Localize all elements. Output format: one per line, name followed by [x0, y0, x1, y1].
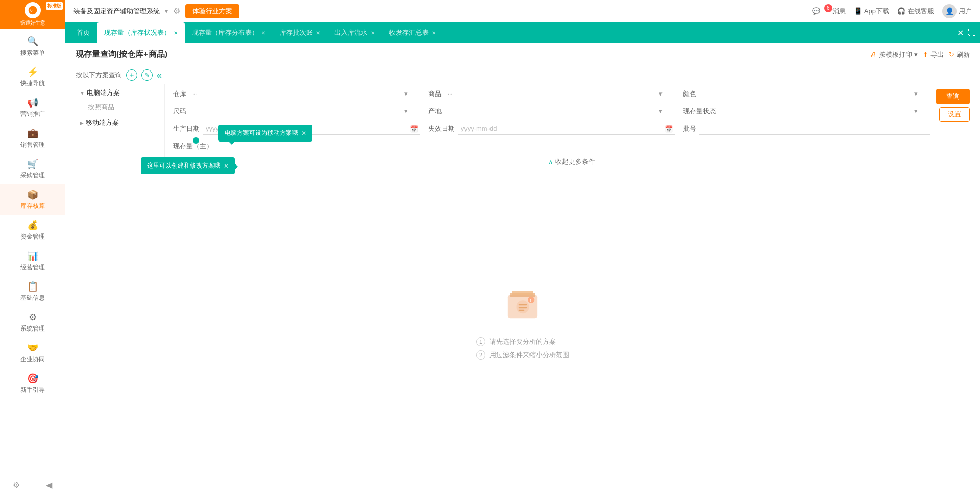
svg-rect-6 [519, 304, 527, 306]
sidebar-item-operations[interactable]: 📊 经营管理 [0, 245, 65, 276]
collapse-label: 收起更多条件 [555, 157, 595, 167]
tab-label: 出入库流水 [334, 28, 368, 37]
production-date-label: 生产日期 [173, 124, 200, 133]
sidebar-item-quicknav[interactable]: ⚡ 快捷导航 [0, 61, 65, 92]
stock-status-dropdown-arrow: ▾ [914, 107, 918, 115]
empty-tip-1: 1 请先选择要分析的方案 [476, 337, 569, 346]
app-download-btn[interactable]: 📱 App下载 [854, 7, 889, 16]
system-dropdown-btn[interactable]: ▾ [165, 8, 168, 15]
industry-btn[interactable]: 体验行业方案 [185, 4, 239, 18]
sidebar-item-guide[interactable]: 🎯 新手引导 [0, 368, 65, 398]
system-name: 装备及固定资产辅助管理系统 [74, 7, 160, 16]
filter-row-2: 尺码 ▾ 产地 [173, 105, 930, 117]
refresh-btn[interactable]: ↻ 刷新 [949, 50, 970, 59]
tab-summary[interactable]: 收发存汇总表 ✕ [382, 22, 443, 43]
scheme-tooltip-close[interactable]: ✕ [301, 130, 306, 137]
sidebar-item-basic-info[interactable]: 📋 基础信息 [0, 276, 65, 307]
warehouse-select[interactable]: ··· ▾ [189, 88, 420, 100]
edit-scheme-tooltip-bubble: 这里可以创建和修改方案哦 ✕ [141, 157, 235, 174]
edit-scheme-tooltip-text: 这里可以创建和修改方案哦 [147, 161, 220, 170]
expiry-date-input[interactable] [458, 123, 675, 135]
color-dropdown-arrow: ▾ [914, 90, 918, 98]
close-all-tabs-btn[interactable]: ✕ [957, 28, 964, 38]
sidebar-item-label: 系统管理 [20, 324, 45, 333]
tab-close-4[interactable]: ✕ [432, 30, 436, 36]
stock-status-select[interactable]: ▾ [719, 105, 930, 117]
goods-select-wrapper: ··· ▾ [445, 88, 675, 100]
size-dropdown-arrow: ▾ [404, 107, 408, 115]
tab-inventory-status[interactable]: 现存量（库存状况表） ✕ [97, 22, 185, 43]
desktop-scheme-child[interactable]: 按照商品 [76, 100, 164, 114]
stock-qty-to-input[interactable] [294, 140, 355, 152]
header-settings-btn[interactable]: ⚙ [173, 6, 180, 16]
filter-wrapper: 按以下方案查询 ＋ ✎ « 电脑方案可设为移动方案哦 ✕ 这里可以创建和修改方案… [65, 64, 980, 173]
sidebar-nav: 🔍 搜索菜单 ⚡ 快捷导航 📢 营销推广 💼 销售管理 🛒 采购管理 📦 库存核… [0, 29, 65, 475]
batch-input[interactable] [699, 123, 930, 135]
size-select[interactable]: ▾ [189, 105, 420, 117]
origin-select[interactable]: ▾ [445, 105, 675, 117]
goods-label: 商品 [428, 89, 442, 99]
tab-close-1[interactable]: ✕ [261, 30, 265, 36]
filter-row-4: 现存量（主） — [173, 140, 930, 152]
mobile-scheme-group: ▶ 移动端方案 [76, 115, 164, 130]
print-dropdown-icon: ▾ [914, 51, 918, 58]
header-left: 装备及固定资产辅助管理系统 ▾ ⚙ 体验行业方案 [74, 4, 239, 18]
tab-flow[interactable]: 出入库流水 ✕ [327, 22, 382, 43]
filter-edit-scheme-btn[interactable]: ✎ [141, 69, 153, 81]
collapse-btn[interactable]: ◀ [46, 480, 52, 490]
sidebar-item-label: 企业协同 [20, 355, 45, 364]
search-btn[interactable]: 查询 [936, 89, 970, 104]
sidebar-item-search[interactable]: 🔍 搜索菜单 [0, 31, 65, 61]
svg-point-9 [528, 297, 534, 303]
fullscreen-btn[interactable]: ⛶ [968, 28, 976, 37]
export-btn[interactable]: ⬆ 导出 [923, 50, 944, 59]
tab-close-3[interactable]: ✕ [371, 30, 375, 36]
goods-field: 商品 ··· ▾ [428, 88, 675, 100]
online-support-btn[interactable]: 🎧 在线客服 [897, 7, 934, 16]
tab-home[interactable]: 首页 [69, 28, 97, 37]
desktop-scheme-toggle[interactable]: ▼ 电脑端方案 [76, 86, 164, 100]
empty-tips: 1 请先选择要分析的方案 2 用过滤条件来缩小分析范围 [476, 337, 569, 360]
user-menu-btn[interactable]: 👤 用户 [942, 4, 972, 18]
filter-back-btn[interactable]: « [157, 70, 162, 81]
phone-icon: 📱 [854, 7, 862, 15]
sidebar-item-finance[interactable]: 💰 资金管理 [0, 215, 65, 245]
message-icon: 💬 [812, 7, 820, 15]
expiry-date-field: 失效日期 📅 [428, 123, 675, 135]
goods-select[interactable]: ··· ▾ [445, 88, 675, 100]
sidebar-item-marketing[interactable]: 📢 营销推广 [0, 92, 65, 123]
sidebar-item-inventory[interactable]: 📦 库存核算 [0, 184, 65, 215]
warehouse-label: 仓库 [173, 89, 186, 99]
stock-qty-from-input[interactable] [216, 140, 277, 152]
tab-inventory-dist[interactable]: 现存量（库存分布表） ✕ [185, 22, 273, 43]
message-btn[interactable]: 💬 6 消息 [812, 7, 846, 16]
settings-footer-btn[interactable]: ⚙ [13, 480, 20, 490]
sidebar-item-purchase[interactable]: 🛒 采购管理 [0, 153, 65, 184]
sidebar-item-system[interactable]: ⚙ 系统管理 [0, 307, 65, 337]
filter-add-scheme-btn[interactable]: ＋ [126, 69, 137, 81]
collapse-more-btn[interactable]: ∧ 收起更多条件 [173, 155, 970, 169]
print-btn[interactable]: 🖨 按模板打印 ▾ [870, 50, 918, 59]
tab-batch[interactable]: 库存批次账 ✕ [273, 22, 327, 43]
reset-btn[interactable]: 设置 [939, 107, 970, 122]
cart-icon: 🛒 [27, 158, 38, 170]
tab-close-2[interactable]: ✕ [316, 30, 320, 36]
logo-text: 畅通好生意 [20, 19, 45, 27]
edit-scheme-tooltip-close[interactable]: ✕ [224, 162, 229, 170]
mobile-scheme-arrow: ▶ [80, 120, 84, 126]
desktop-scheme-child-label: 按照商品 [88, 103, 114, 112]
connector-dot-1 [193, 137, 199, 144]
size-select-wrapper: ▾ [189, 105, 420, 117]
expiry-date-label: 失效日期 [428, 124, 455, 133]
sidebar-item-sales[interactable]: 💼 销售管理 [0, 123, 65, 153]
color-select[interactable]: ▾ [699, 88, 930, 100]
expiry-date-input-wrapper: 📅 [458, 123, 675, 135]
tab-close-0[interactable]: ✕ [174, 30, 178, 36]
production-date-calendar-icon[interactable]: 📅 [410, 125, 418, 133]
expiry-date-calendar-icon[interactable]: 📅 [665, 125, 673, 133]
warehouse-select-wrapper: ··· ▾ [189, 88, 420, 100]
stock-qty-label: 现存量（主） [173, 142, 213, 151]
tab-label: 收发存汇总表 [389, 28, 429, 37]
sidebar-item-collab[interactable]: 🤝 企业协同 [0, 337, 65, 368]
mobile-scheme-toggle[interactable]: ▶ 移动端方案 [76, 115, 164, 130]
